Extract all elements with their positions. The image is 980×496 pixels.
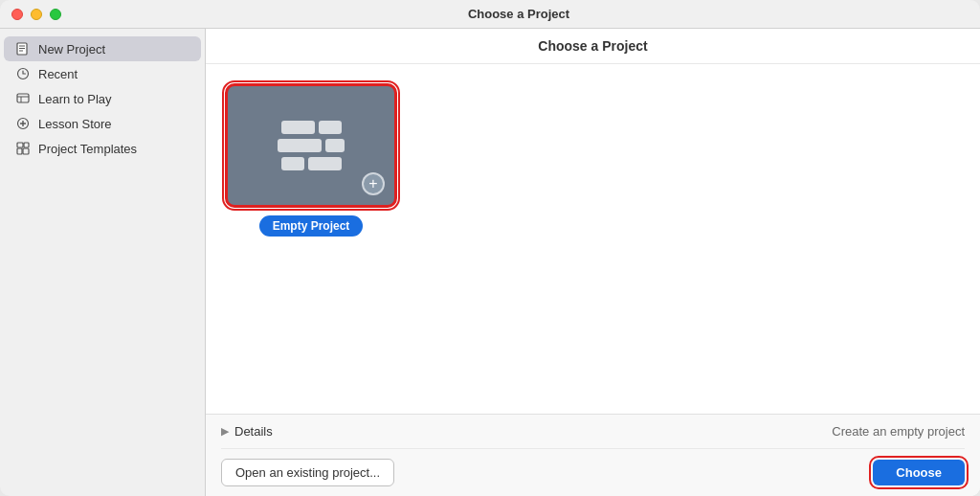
- maximize-button[interactable]: [50, 9, 61, 20]
- sidebar: New Project Recent Learn to Play: [0, 29, 206, 496]
- minimize-button[interactable]: [31, 9, 42, 20]
- brick-5: [281, 157, 304, 170]
- sidebar-item-recent[interactable]: Recent: [4, 61, 201, 86]
- window-title: Choose a Project: [69, 7, 969, 21]
- empty-project-thumbnail: +: [225, 83, 397, 208]
- brick-1: [281, 121, 315, 134]
- details-description: Create an empty project: [832, 424, 965, 439]
- brick-icon: [278, 121, 345, 170]
- recent-icon: [15, 66, 31, 81]
- sidebar-item-learn-to-play-label: Learn to Play: [38, 92, 112, 106]
- empty-project-label: Empty Project: [259, 215, 364, 237]
- choose-button[interactable]: Choose: [873, 460, 965, 485]
- svg-rect-5: [17, 94, 29, 102]
- plus-badge: +: [362, 172, 385, 195]
- svg-rect-13: [17, 148, 22, 154]
- sidebar-item-project-templates-label: Project Templates: [38, 142, 137, 156]
- svg-rect-12: [24, 143, 29, 147]
- empty-project-item[interactable]: + Empty Project: [225, 83, 397, 237]
- details-chevron-icon: ▶: [221, 425, 229, 438]
- sidebar-item-new-project-label: New Project: [38, 42, 105, 56]
- brick-2: [319, 121, 342, 134]
- learn-to-play-icon: [15, 91, 31, 106]
- brick-6: [308, 157, 342, 170]
- brick-3: [278, 139, 322, 152]
- sidebar-item-project-templates[interactable]: Project Templates: [4, 136, 201, 161]
- close-button[interactable]: [11, 9, 23, 20]
- project-grid: + Empty Project: [206, 64, 980, 414]
- svg-rect-14: [23, 148, 29, 154]
- lesson-store-icon: [15, 116, 31, 131]
- brick-4: [325, 139, 345, 152]
- actions-row: Open an existing project... Choose: [221, 449, 965, 496]
- sidebar-item-recent-label: Recent: [38, 67, 78, 81]
- details-label: Details: [234, 424, 273, 439]
- new-project-icon: [15, 41, 31, 56]
- bottom-bar: ▶ Details Create an empty project Open a…: [206, 414, 980, 496]
- svg-rect-11: [17, 143, 23, 147]
- title-bar: Choose a Project: [0, 0, 980, 29]
- sidebar-item-learn-to-play[interactable]: Learn to Play: [4, 86, 201, 111]
- sidebar-item-new-project[interactable]: New Project: [4, 36, 201, 61]
- sidebar-item-lesson-store-label: Lesson Store: [38, 117, 112, 131]
- open-existing-button[interactable]: Open an existing project...: [221, 459, 394, 486]
- main-content: New Project Recent Learn to Play: [0, 29, 980, 496]
- details-row: ▶ Details Create an empty project: [221, 415, 965, 449]
- content-area: Choose a Project: [206, 29, 980, 496]
- sidebar-item-lesson-store[interactable]: Lesson Store: [4, 111, 201, 136]
- project-templates-icon: [15, 141, 31, 156]
- content-header: Choose a Project: [206, 29, 980, 64]
